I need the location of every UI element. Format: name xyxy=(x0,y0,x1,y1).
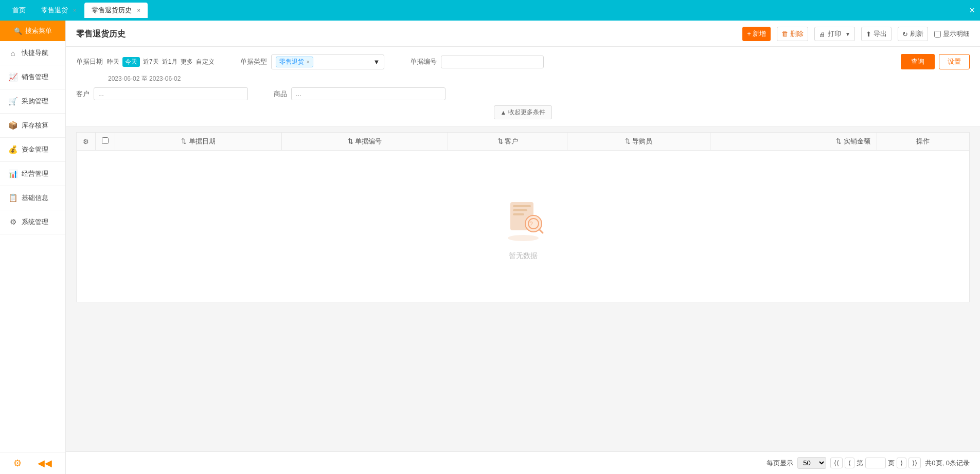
per-page-select[interactable]: 50 100 200 xyxy=(797,457,826,469)
th-date[interactable]: ⇅ 单据日期 xyxy=(115,133,282,151)
show-detail-label: 显示明细 xyxy=(943,29,970,39)
sidebar-item-inventory[interactable]: 📦 库存核算 xyxy=(0,114,65,138)
date-opt-7days[interactable]: 近7天 xyxy=(143,58,159,66)
page-header: 零售退货历史 + 新增 🗑 删除 🖨 打印 ▼ ⬆ 导出 ↻ 刷新 xyxy=(66,21,980,47)
show-detail-checkbox-wrapper[interactable]: 显示明细 xyxy=(934,29,970,39)
type-tag-text: 零售退货 xyxy=(279,58,304,66)
sidebar-item-system[interactable]: ⚙ 系统管理 xyxy=(0,210,65,234)
collapse-icon: ▲ xyxy=(501,109,507,116)
filter-row-1: 单据日期 昨天 今天 近7天 近1月 更多 自定义 单据类型 xyxy=(76,54,970,69)
sidebar-search-label: 搜索菜单 xyxy=(25,26,52,35)
type-select-chevron: ▼ xyxy=(373,58,380,66)
date-options: 昨天 今天 近7天 近1月 更多 自定义 xyxy=(107,57,215,67)
sidebar-item-quicknav[interactable]: ⌂ 快捷导航 xyxy=(0,41,65,65)
svg-line-7 xyxy=(539,229,543,233)
add-button[interactable]: + 新增 xyxy=(742,27,771,41)
toolbar: + 新增 🗑 删除 🖨 打印 ▼ ⬆ 导出 ↻ 刷新 显示明细 xyxy=(742,27,970,41)
tab-retail-return-close[interactable]: × xyxy=(73,7,76,13)
filter-settings-button[interactable]: 设置 xyxy=(939,54,970,69)
select-all-checkbox[interactable] xyxy=(102,137,109,144)
per-page-label: 每页显示 xyxy=(767,459,793,468)
sidebar-item-purchase[interactable]: 🛒 采购管理 xyxy=(0,89,65,114)
volume-icon[interactable]: ◀◀ xyxy=(38,458,52,469)
first-page-button[interactable]: ⟨⟨ xyxy=(830,458,843,468)
date-opt-yesterday[interactable]: 昨天 xyxy=(107,58,119,66)
collapse-button[interactable]: ▲ 收起更多条件 xyxy=(494,105,553,119)
action-buttons: 查询 设置 xyxy=(901,54,970,69)
id-input[interactable] xyxy=(441,56,544,68)
next-page-button[interactable]: ⟩ xyxy=(897,458,906,468)
settings-column-icon[interactable]: ⚙ xyxy=(83,138,89,145)
sidebar-item-operations-label: 经营管理 xyxy=(22,169,48,178)
tab-list: 首页 零售退货 × 零售退货历史 × xyxy=(5,3,969,18)
svg-rect-3 xyxy=(513,209,527,211)
th-customer[interactable]: ⇅ 客户 xyxy=(448,133,567,151)
customer-input[interactable] xyxy=(94,87,248,100)
pagination-nav: ⟨⟨ ⟨ 第 1 页 ⟩ ⟩⟩ xyxy=(830,458,921,468)
window-close-button[interactable]: × xyxy=(969,5,975,16)
tab-retail-return[interactable]: 零售退货 × xyxy=(34,3,83,18)
last-page-button[interactable]: ⟩⟩ xyxy=(908,458,921,468)
export-button[interactable]: ⬆ 导出 xyxy=(861,27,892,41)
empty-illustration: ? xyxy=(497,192,549,243)
table-body: ? 暂无数据 xyxy=(77,151,970,302)
th-guide-label: ⇅ 导购员 xyxy=(625,137,653,145)
sidebar-item-purchase-label: 采购管理 xyxy=(22,97,48,106)
type-filter: 单据类型 零售退货 × ▼ xyxy=(240,54,384,69)
table-container: ⚙ ⇅ 单据日期 ⇅ 单据编号 ⇅ 客户 xyxy=(66,127,980,451)
delete-button[interactable]: 🗑 删除 xyxy=(777,27,808,41)
date-opt-today[interactable]: 今天 xyxy=(122,57,140,67)
print-icon: 🖨 xyxy=(819,30,826,38)
th-checkbox[interactable] xyxy=(96,133,115,151)
pagination: 每页显示 50 100 200 ⟨⟨ ⟨ 第 1 页 ⟩ ⟩⟩ 共0页, 0条记… xyxy=(66,451,980,474)
sidebar-item-finance[interactable]: 💰 资金管理 xyxy=(0,138,65,162)
box-icon: 📦 xyxy=(8,121,17,130)
sidebar-item-basicinfo[interactable]: 📋 基础信息 xyxy=(0,186,65,210)
collapse-row: ▲ 收起更多条件 xyxy=(76,105,970,119)
sidebar-item-finance-label: 资金管理 xyxy=(22,145,48,154)
tab-retail-return-history[interactable]: 零售退货历史 × xyxy=(84,3,147,18)
date-opt-more[interactable]: 更多 xyxy=(181,58,193,66)
content-area: 零售退货历史 + 新增 🗑 删除 🖨 打印 ▼ ⬆ 导出 ↻ 刷新 xyxy=(66,21,980,474)
tab-retail-return-history-close[interactable]: × xyxy=(137,7,140,13)
th-amount[interactable]: ⇅ 实销金额 xyxy=(710,133,877,151)
print-button[interactable]: 🖨 打印 ▼ xyxy=(814,27,855,41)
th-settings[interactable]: ⚙ xyxy=(77,133,96,151)
svg-point-0 xyxy=(508,235,539,241)
type-select[interactable]: 零售退货 × ▼ xyxy=(271,54,384,69)
page-title: 零售退货历史 xyxy=(76,29,126,40)
home-icon: ⌂ xyxy=(8,48,17,58)
date-label: 单据日期 xyxy=(76,57,103,66)
page-unit: 页 xyxy=(888,459,895,468)
sidebar-item-operations[interactable]: 📊 经营管理 xyxy=(0,162,65,186)
type-tag: 零售退货 × xyxy=(276,57,313,67)
refresh-button[interactable]: ↻ 刷新 xyxy=(898,27,928,41)
print-label: 打印 xyxy=(828,29,841,39)
settings-icon[interactable]: ⚙ xyxy=(13,458,22,469)
tab-home-label: 首页 xyxy=(12,6,26,15)
show-detail-checkbox[interactable] xyxy=(934,31,941,38)
tab-home[interactable]: 首页 xyxy=(5,3,33,18)
type-label: 单据类型 xyxy=(240,57,267,66)
sidebar-search[interactable]: 🔍 搜索菜单 xyxy=(0,21,65,41)
date-opt-1month[interactable]: 近1月 xyxy=(162,58,178,66)
empty-cell: ? 暂无数据 xyxy=(77,151,970,302)
tab-retail-return-history-label: 零售退货历史 xyxy=(92,6,132,15)
th-id-label: ⇅ 单据编号 xyxy=(348,137,382,145)
sidebar-item-system-label: 系统管理 xyxy=(22,217,48,227)
th-amount-label: ⇅ 实销金额 xyxy=(836,137,870,145)
th-id[interactable]: ⇅ 单据编号 xyxy=(281,133,448,151)
product-input[interactable] xyxy=(291,87,446,100)
query-button[interactable]: 查询 xyxy=(901,54,935,69)
customer-label: 客户 xyxy=(76,89,90,99)
th-guide[interactable]: ⇅ 导购员 xyxy=(567,133,710,151)
coin-icon: 💰 xyxy=(8,145,17,154)
sidebar: 🔍 搜索菜单 ⌂ 快捷导航 📈 销售管理 🛒 采购管理 📦 库存核算 💰 资金管… xyxy=(0,21,66,474)
sidebar-item-sales[interactable]: 📈 销售管理 xyxy=(0,65,65,89)
type-tag-close[interactable]: × xyxy=(306,59,309,65)
date-opt-custom[interactable]: 自定义 xyxy=(196,58,215,66)
page-input[interactable]: 1 xyxy=(865,458,886,468)
prev-page-button[interactable]: ⟨ xyxy=(845,458,854,468)
date-filter: 单据日期 昨天 今天 近7天 近1月 更多 自定义 xyxy=(76,57,215,67)
bag-icon: 🛒 xyxy=(8,97,17,106)
